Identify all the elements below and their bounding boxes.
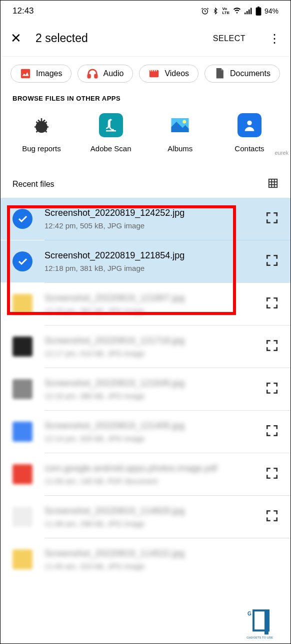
status-time: 12:43 — [12, 6, 34, 16]
svg-rect-11 — [150, 70, 152, 72]
file-info: Screenshot_20220819_124252.jpg 12:42 pm,… — [44, 208, 254, 230]
file-item[interactable]: Screenshot_20220819_114829.jpg 11:48 am,… — [0, 496, 290, 538]
chip-label: Videos — [164, 69, 189, 78]
app-adobe-scan[interactable]: Adobe Scan — [86, 113, 136, 153]
checkmark-icon — [12, 251, 32, 271]
svg-rect-6 — [258, 7, 260, 8]
file-name: Screenshot_20220819_121854.jpg — [44, 250, 254, 261]
select-button[interactable]: SELECT — [213, 34, 246, 43]
file-info: Screenshot_20220819_121405.jpg 12:14 pm,… — [44, 421, 254, 443]
expand-icon[interactable] — [266, 467, 278, 482]
svg-text:G: G — [248, 611, 252, 616]
app-contacts[interactable]: Contacts — [224, 113, 274, 153]
adobe-icon — [99, 113, 123, 137]
file-meta: 11:48 am, 298 kB, JPG image — [44, 519, 254, 528]
file-info: Screenshot_20220819_121649.jpg 12:16 pm,… — [44, 378, 254, 400]
file-item[interactable]: Screenshot_20220819_121718.jpg 12:17 pm,… — [0, 326, 290, 368]
file-meta: 12:18 pm, 391 kB, JPG image — [44, 306, 254, 315]
file-item[interactable]: com.google.android.apps.photos.image.pdf… — [0, 453, 290, 495]
signal-icon — [244, 8, 252, 15]
svg-rect-3 — [248, 10, 250, 15]
file-meta: 12:16 pm, 380 kB, JPG image — [44, 392, 254, 400]
checkmark-icon — [12, 209, 32, 229]
file-name: Screenshot_20220819_121718.jpg — [44, 336, 254, 346]
file-item[interactable]: Screenshot_20220819_121854.jpg 12:18 pm,… — [0, 240, 290, 282]
expand-icon[interactable] — [266, 211, 278, 226]
status-icons: VoLTE 94% — [201, 7, 278, 16]
battery-pct: 94% — [264, 7, 278, 15]
file-info: Screenshot_20220819_121807.jpg 12:18 pm,… — [44, 293, 254, 315]
file-thumbnail — [12, 422, 32, 442]
document-icon — [214, 68, 225, 79]
filter-chips: Images Audio Videos Documents — [0, 56, 290, 95]
close-icon[interactable]: ✕ — [10, 31, 22, 46]
file-name: Screenshot_20220819_114522.jpg — [44, 548, 278, 559]
expand-icon[interactable] — [266, 254, 278, 269]
expand-icon[interactable] — [266, 424, 278, 439]
file-item[interactable]: Screenshot_20220819_121807.jpg 12:18 pm,… — [0, 283, 290, 325]
expand-icon[interactable] — [266, 382, 278, 397]
chip-label: Images — [36, 69, 62, 78]
file-info: Screenshot_20220819_114522.jpg 11:45 am,… — [44, 548, 278, 570]
file-name: Screenshot_20220819_121807.jpg — [44, 293, 254, 303]
file-meta: 12:17 pm, 410 kB, JPG image — [44, 349, 254, 358]
svg-rect-14 — [156, 70, 157, 72]
contact-icon — [238, 113, 262, 137]
app-label: Adobe Scan — [90, 144, 132, 153]
svg-rect-9 — [95, 75, 98, 78]
album-icon — [168, 113, 192, 137]
svg-rect-2 — [246, 11, 248, 14]
app-albums[interactable]: Albums — [155, 113, 205, 153]
svg-rect-4 — [250, 8, 252, 15]
more-icon[interactable]: ⋮ — [268, 32, 280, 46]
file-meta: 12:14 pm, 320 kB, JPG image — [44, 434, 254, 443]
expand-icon[interactable] — [266, 339, 278, 354]
app-label: Contacts — [234, 144, 264, 153]
file-item[interactable]: Screenshot_20220819_114522.jpg 11:45 am,… — [0, 538, 290, 580]
recent-title: Recent files — [12, 180, 54, 189]
file-info: Screenshot_20220819_121718.jpg 12:17 pm,… — [44, 336, 254, 358]
svg-point-18 — [247, 121, 252, 125]
browse-title: BROWSE FILES IN OTHER APPS — [12, 95, 278, 102]
apps-row: Bug reports Adobe Scan Albums Contacts — [12, 113, 278, 153]
filter-images[interactable]: Images — [10, 65, 72, 83]
image-icon — [20, 68, 31, 79]
svg-rect-19 — [269, 179, 278, 188]
svg-rect-5 — [256, 8, 262, 16]
expand-icon[interactable] — [266, 509, 278, 524]
file-thumbnail — [12, 507, 32, 527]
filter-audio[interactable]: Audio — [78, 65, 133, 83]
file-name: com.google.android.apps.photos.image.pdf — [44, 463, 254, 474]
svg-rect-7 — [21, 69, 30, 78]
file-thumbnail — [12, 549, 32, 569]
svg-text:GADGETS TO USE: GADGETS TO USE — [246, 636, 273, 639]
video-icon — [148, 68, 160, 79]
wifi-icon — [232, 8, 242, 15]
chip-label: Documents — [230, 69, 270, 78]
grid-view-icon[interactable] — [268, 178, 278, 191]
filter-documents[interactable]: Documents — [204, 65, 280, 83]
file-meta: 12:42 pm, 505 kB, JPG image — [44, 221, 254, 230]
file-name: Screenshot_20220819_121649.jpg — [44, 378, 254, 389]
headphone-icon — [87, 68, 98, 79]
selection-header: ✕ 2 selected SELECT ⋮ — [0, 22, 290, 56]
file-info: Screenshot_20220819_114829.jpg 11:48 am,… — [44, 506, 254, 528]
file-thumbnail — [12, 464, 32, 484]
svg-rect-12 — [152, 70, 154, 72]
file-item[interactable]: Screenshot_20220819_121649.jpg 12:16 pm,… — [0, 368, 290, 410]
app-bug-reports[interactable]: Bug reports — [16, 113, 66, 153]
svg-point-17 — [183, 120, 186, 124]
file-item[interactable]: Screenshot_20220819_124252.jpg 12:42 pm,… — [0, 198, 290, 240]
file-thumbnail — [12, 294, 32, 314]
app-label: Albums — [168, 144, 192, 153]
filter-videos[interactable]: Videos — [139, 65, 198, 83]
svg-rect-13 — [154, 70, 155, 72]
file-info: Screenshot_20220819_121854.jpg 12:18 pm,… — [44, 250, 254, 272]
file-info: com.google.android.apps.photos.image.pdf… — [44, 463, 254, 485]
app-label: Bug reports — [22, 144, 61, 153]
status-bar: 12:43 VoLTE 94% — [0, 1, 290, 22]
svg-rect-8 — [88, 75, 90, 78]
chip-label: Audio — [103, 69, 124, 78]
file-item[interactable]: Screenshot_20220819_121405.jpg 12:14 pm,… — [0, 411, 290, 453]
expand-icon[interactable] — [266, 296, 278, 311]
